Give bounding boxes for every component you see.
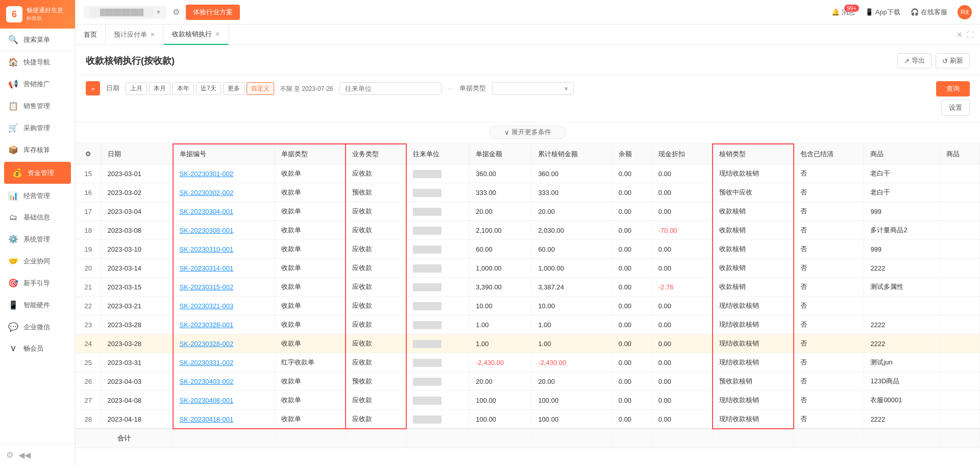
row-discount: 0.00 — [652, 240, 712, 259]
settings-small-button[interactable]: 设置 — [941, 100, 970, 116]
row-date: 2023-04-18 — [101, 410, 173, 429]
sidebar-item-operations[interactable]: 📊 经营管理 — [0, 185, 75, 207]
bill-no-link[interactable]: SK-20230301-002 — [180, 170, 234, 178]
col-bill-no[interactable]: 单据编号 — [173, 144, 275, 164]
sidebar-item-member[interactable]: V 畅会员 — [0, 338, 75, 359]
tab-home[interactable]: 首页 — [76, 24, 106, 45]
row-unit: ██████ — [406, 202, 469, 221]
col-product[interactable]: 商品 — [864, 144, 940, 164]
sidebar-item-finance[interactable]: 💰 资金管理 — [4, 162, 71, 184]
col-include-settled[interactable]: 包含已结清 — [794, 144, 864, 164]
tab-close-writeoff[interactable]: ✕ — [215, 31, 220, 38]
collapse-icon[interactable]: ◀◀ — [18, 450, 31, 460]
bill-no-link[interactable]: SK-20230331-002 — [180, 359, 234, 366]
tabs-bar: 首页 预计应付单 ✕ 收款核销执行 ✕ ✕ ⛶ — [76, 24, 980, 45]
close-all-icon[interactable]: ✕ — [957, 31, 963, 39]
col-unit[interactable]: 往来单位 — [406, 144, 469, 164]
row-include-settled: 否 — [794, 334, 864, 353]
col-amount[interactable]: 单据金额 — [470, 144, 532, 164]
bill-no-link[interactable]: SK-20230408-001 — [180, 397, 234, 404]
logo-icon: 6 — [6, 6, 22, 22]
sidebar-item-search[interactable]: 🔍 搜索菜单 — [0, 29, 75, 51]
system-icon: ⚙️ — [8, 234, 18, 244]
date-this-month[interactable]: 本月 — [149, 82, 170, 95]
sidebar-label: 营销推广 — [23, 80, 50, 89]
row-date: 2023-03-28 — [101, 334, 173, 353]
tab-receivable[interactable]: 预计应付单 ✕ — [106, 24, 164, 45]
date-7days[interactable]: 近7天 — [196, 82, 221, 95]
sidebar-item-marketing[interactable]: 📢 营销推广 — [0, 73, 75, 95]
col-balance[interactable]: 余额 — [612, 144, 652, 164]
col-biz-type[interactable]: 业务类型 — [346, 144, 406, 164]
query-button[interactable]: 查询 — [936, 81, 970, 96]
unit-input[interactable] — [339, 82, 442, 95]
row-writeoff-type: 现结收款核销 — [713, 297, 794, 315]
row-balance: 0.00 — [612, 315, 652, 334]
table-row: 22 2023-03-21 SK-20230321-003 收款单 应收款 ██… — [76, 297, 980, 315]
breadcrumb-selector[interactable]: ██████████ ▾ — [84, 6, 166, 19]
date-last-month[interactable]: 上月 — [126, 82, 147, 95]
sidebar-item-shortcuts[interactable]: 🏠 快捷导航 — [0, 51, 75, 73]
sidebar-item-inventory[interactable]: 📦 库存核算 — [0, 139, 75, 161]
bill-no-link[interactable]: SK-20230321-003 — [180, 302, 234, 310]
sidebar-item-basic[interactable]: 🗂 基础信息 — [0, 207, 75, 228]
industry-button[interactable]: 体验行业方案 — [186, 5, 240, 20]
filter-expand-button[interactable]: » — [86, 81, 100, 95]
refresh-button[interactable]: ↺ 刷新 — [936, 53, 970, 68]
sidebar-item-sales[interactable]: 📋 销售管理 — [0, 95, 75, 117]
row-balance: 0.00 — [612, 391, 652, 410]
row-bill-no: SK-20230408-001 — [173, 391, 275, 410]
row-balance: 0.00 — [612, 353, 652, 372]
col-product2[interactable]: 商品 — [940, 144, 979, 164]
expand-conditions-btn[interactable]: ∨ 展开更多条件 — [489, 126, 566, 139]
col-gear[interactable]: ⚙ — [76, 144, 101, 164]
row-date: 2023-03-02 — [101, 183, 173, 202]
app-download-btn[interactable]: 📱 App下载 — [865, 8, 900, 17]
row-writeoff-type: 收款核销 — [713, 259, 794, 278]
tab-close-receivable[interactable]: ✕ — [150, 31, 155, 38]
settings-gear-icon[interactable]: ⚙ — [173, 7, 180, 17]
bill-no-link[interactable]: SK-20230314-001 — [180, 264, 234, 272]
settings-icon[interactable]: ⚙ — [6, 450, 13, 460]
row-bill-no: SK-20230328-001 — [173, 315, 275, 334]
bill-no-link[interactable]: SK-20230403-002 — [180, 378, 234, 385]
sidebar-item-hardware[interactable]: 📱 智能硬件 — [0, 294, 75, 316]
sidebar-item-enterprise[interactable]: 🤝 企业协同 — [0, 250, 75, 272]
row-product2 — [940, 334, 979, 353]
bill-no-link[interactable]: SK-20230418-001 — [180, 415, 234, 423]
online-support-btn[interactable]: 🎧 在线客服 — [911, 8, 947, 17]
messages-btn[interactable]: 🔔 消息 99+ — [831, 8, 855, 17]
row-balance: 0.00 — [612, 164, 652, 183]
maximize-icon[interactable]: ⛶ — [967, 31, 974, 39]
sidebar-item-wechat[interactable]: 💬 企业微信 — [0, 316, 75, 338]
row-bill-no: SK-20230321-003 — [173, 297, 275, 315]
type-select[interactable]: ▾ — [492, 82, 574, 95]
bill-no-link[interactable]: SK-20230302-002 — [180, 189, 234, 197]
date-custom[interactable]: 自定义 — [247, 82, 274, 95]
row-date: 2023-03-15 — [101, 278, 173, 297]
row-product: 2222 — [864, 334, 940, 353]
date-this-year[interactable]: 本年 — [173, 82, 194, 95]
sidebar-item-system[interactable]: ⚙️ 系统管理 — [0, 228, 75, 250]
bill-no-link[interactable]: SK-20230308-001 — [180, 227, 234, 234]
tab-writeoff[interactable]: 收款核销执行 ✕ — [164, 24, 229, 45]
sidebar-item-guide[interactable]: 🎯 新手引导 — [0, 272, 75, 294]
date-more[interactable]: 更多 — [223, 82, 244, 95]
export-button[interactable]: ↗ 导出 — [897, 53, 932, 68]
col-date[interactable]: 日期 — [101, 144, 173, 164]
row-amount: 2,100.00 — [470, 221, 532, 240]
bill-no-link[interactable]: SK-20230310-001 — [180, 246, 234, 253]
bill-no-link[interactable]: SK-20230304-001 — [180, 208, 234, 215]
sidebar-item-purchase[interactable]: 🛒 采购管理 — [0, 117, 75, 139]
data-table: ⚙ 日期 单据编号 单据类型 业务类型 往来单位 单据金额 累计核销金额 余额 … — [76, 143, 980, 448]
col-discount[interactable]: 现金折扣 — [652, 144, 712, 164]
col-writeoff-amount[interactable]: 累计核销金额 — [532, 144, 612, 164]
col-writeoff-type[interactable]: 核销类型 — [713, 144, 794, 164]
bill-no-link[interactable]: SK-20230328-001 — [180, 321, 234, 329]
bill-no-link[interactable]: SK-20230315-002 — [180, 283, 234, 291]
user-avatar[interactable]: Rit — [958, 5, 972, 19]
row-amount: 100.00 — [470, 410, 532, 429]
bill-no-link[interactable]: SK-20230328-002 — [180, 340, 234, 348]
col-bill-type[interactable]: 单据类型 — [275, 144, 346, 164]
row-date: 2023-03-21 — [101, 297, 173, 315]
